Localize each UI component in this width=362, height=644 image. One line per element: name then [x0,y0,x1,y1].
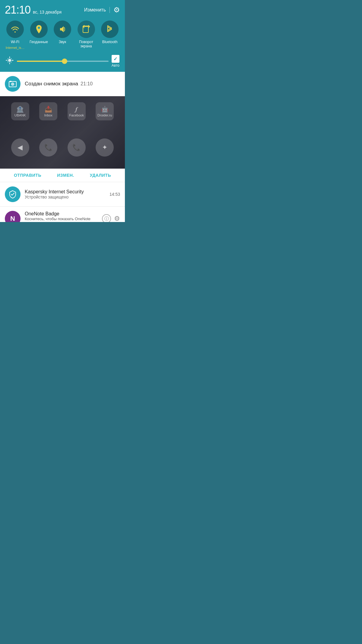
date-text: вс, 13 декабря [33,10,62,14]
thumb-top-apps: 🏦 UBANK 📥 Inbox 𝒇 Facebook 🤖 Droider.ru [0,102,125,120]
delete-button[interactable]: УДАЛИТЬ [90,173,111,178]
brightness-thumb[interactable] [62,59,67,64]
onenote-subtitle: Коснитесь, чтобы показать OneNote Badge [25,217,98,222]
screenshot-content: Создан снимок экрана 21:10 [25,81,120,87]
thumb-app-viber: 📞 [39,138,57,157]
thumb-app-navigate: ◀ [11,138,29,157]
thumb-app-messenger: ✦ [96,138,114,157]
kaspersky-title: Kaspersky Internet Security [25,189,105,195]
screenshot-time: 21:10 [81,81,93,87]
thumb-droider-label: Droider.ru [97,113,112,117]
rotate-label: Поворотэкрана [79,40,93,49]
svg-rect-9 [10,81,11,82]
geodata-label: Геоданные [30,40,48,44]
edit-screenshot-button[interactable]: ИЗМЕН. [57,173,74,178]
clock-time: 21:10 [5,4,30,16]
info-button[interactable]: ⓘ [102,214,111,222]
wifi-label: Wi-Fi [11,40,19,44]
share-button[interactable]: ОТПРАВИТЬ [14,173,41,178]
geodata-circle [30,21,48,38]
kaspersky-content: Kaspersky Internet Security Устройство з… [25,189,105,199]
svg-point-2 [8,59,11,62]
sound-label: Звук [59,40,66,44]
edit-button[interactable]: Изменить [84,7,106,13]
thumb-facebook-label: Facebook [69,113,84,117]
notifications-area: Создан снимок экрана 21:10 🏦 UBANK 📥 Inb… [0,72,125,222]
thumb-ubank: 🏦 UBANK [11,102,29,120]
kaspersky-time: 14:53 [110,192,120,197]
screenshot-notification[interactable]: Создан снимок экрана 21:10 [0,72,125,96]
onenote-icon: N [5,211,21,222]
thumb-ubank-label: UBANK [14,113,26,117]
thumb-facebook: 𝒇 Facebook [68,102,86,120]
divider [110,7,110,13]
onenote-settings-icon[interactable]: ⚙ [114,215,120,222]
status-right: Изменить ⚙ [84,6,120,14]
screenshot-icon [5,76,21,92]
wifi-circle [6,21,24,38]
screenshot-title: Создан снимок экрана [25,81,78,87]
bluetooth-toggle[interactable]: Bluetooth [100,21,120,44]
auto-checkbox: ✓ [112,55,119,63]
kaspersky-icon [5,186,21,202]
svg-point-0 [38,27,40,29]
bluetooth-label: Bluetooth [102,40,118,44]
screenshot-actions: ОТПРАВИТЬ ИЗМЕН. УДАЛИТЬ [0,169,125,182]
brightness-row: ✓ Авто [5,54,120,69]
toggles-row: Wi-Fi Internet_is… Геоданные Звук [5,21,120,49]
sound-circle [54,21,71,38]
thumb-app-whatsapp: 📞 [68,138,86,157]
sound-toggle[interactable]: Звук [52,21,73,44]
onenote-title: OneNote Badge [25,211,98,217]
rotate-circle [78,21,95,38]
thumb-inbox-label: Inbox [44,113,52,117]
thumb-bottom-apps: ◀ 📞 📞 ✦ [0,138,125,157]
rotate-toggle[interactable]: Поворотэкрана [76,21,97,49]
brightness-icon [5,56,14,67]
time-date: 21:10 вс, 13 декабря [5,4,62,16]
wifi-sublabel: Internet_is… [6,46,24,49]
brightness-slider[interactable] [17,61,109,62]
kaspersky-notification[interactable]: Kaspersky Internet Security Устройство з… [0,182,125,207]
onenote-actions: ⓘ ⚙ [102,214,120,222]
thumb-inbox: 📥 Inbox [39,102,57,120]
kaspersky-subtitle: Устройство защищено [25,195,105,199]
auto-brightness-button[interactable]: ✓ Авто [112,55,119,68]
brightness-fill [17,61,65,62]
thumb-droider: 🤖 Droider.ru [96,102,114,120]
status-row: 21:10 вс, 13 декабря Изменить ⚙ [5,4,120,16]
screenshot-thumbnail: 🏦 UBANK 📥 Inbox 𝒇 Facebook 🤖 Droider.ru … [0,96,125,169]
wifi-toggle[interactable]: Wi-Fi Internet_is… [5,21,25,49]
onenote-content: OneNote Badge Коснитесь, чтобы показать … [25,211,98,222]
screenshot-header: Создан снимок экрана 21:10 [25,81,120,87]
svg-point-11 [12,84,13,85]
bluetooth-circle [101,21,119,38]
quick-settings-panel: 21:10 вс, 13 декабря Изменить ⚙ Wi-Fi In… [0,0,125,72]
onenote-notification[interactable]: N OneNote Badge Коснитесь, чтобы показат… [0,207,125,222]
geodata-toggle[interactable]: Геоданные [29,21,49,44]
auto-label: Авто [112,63,119,68]
settings-gear-icon[interactable]: ⚙ [113,6,120,14]
